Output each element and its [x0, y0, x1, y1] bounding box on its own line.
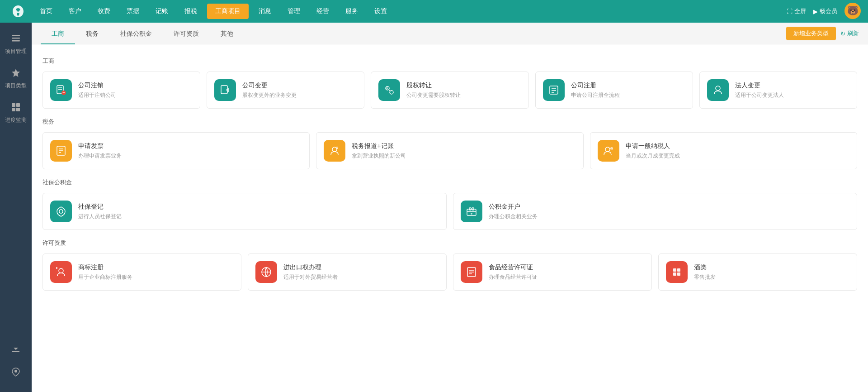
- svg-line-19: [389, 90, 390, 91]
- card-company-cancel[interactable]: 公司注销 适用于注销公司: [42, 72, 200, 109]
- refresh-button[interactable]: ↻ 刷新: [840, 29, 859, 38]
- svg-rect-4: [12, 40, 20, 42]
- nav-message[interactable]: 消息: [250, 0, 279, 23]
- nav-business[interactable]: 工商项目: [207, 4, 249, 19]
- social-security-desc: 进行人员社保登记: [78, 213, 439, 220]
- svg-point-25: [716, 86, 720, 91]
- section-title-shebao: 社保公积金: [42, 178, 857, 186]
- download-icon: [11, 343, 21, 354]
- general-taxpayer-title: 申请一般纳税人: [626, 142, 849, 150]
- sidebar-item-project-type[interactable]: 项目类型: [0, 62, 32, 96]
- top-navigation: 首页 客户 收费 票据 记账 报税 工商项目 消息 管理 经营 服务 设置 ⛶ …: [0, 0, 868, 23]
- legal-person-info: 法人变更 适用于公司变更法人: [735, 81, 849, 99]
- nav-fee[interactable]: 收费: [90, 0, 118, 23]
- svg-rect-7: [16, 103, 20, 107]
- trademark-icon: [50, 261, 72, 283]
- company-cancel-icon: [50, 79, 72, 101]
- card-trademark[interactable]: 商标注册 用于企业商标注册服务: [42, 253, 241, 291]
- nav-service[interactable]: 服务: [337, 0, 366, 23]
- card-company-register[interactable]: 公司注册 申请公司注册全流程: [535, 72, 693, 109]
- provident-fund-info: 公积金开户 办理公积金相关业务: [489, 203, 849, 220]
- equity-info: 股权转让 公司变更需要股权转让: [406, 81, 521, 99]
- social-security-title: 社保登记: [78, 203, 439, 211]
- nav-tax[interactable]: 报税: [176, 0, 205, 23]
- member-label: 畅会员: [820, 7, 837, 15]
- card-provident-fund[interactable]: 公积金开户 办理公积金相关业务: [453, 193, 857, 230]
- company-register-icon: [543, 79, 565, 101]
- food-license-desc: 办理食品经营许可证: [489, 273, 644, 281]
- legal-person-icon: [707, 79, 729, 101]
- alcohol-title: 酒类: [694, 263, 849, 272]
- company-cancel-desc: 适用于注销公司: [78, 91, 193, 99]
- svg-rect-16: [221, 86, 227, 94]
- svg-point-40: [471, 213, 472, 215]
- import-export-info: 进出口权办理 适用于对外贸易经营者: [283, 263, 439, 281]
- company-register-title: 公司注册: [571, 81, 685, 90]
- nav-home[interactable]: 首页: [32, 0, 61, 23]
- card-tax-report[interactable]: 税务报道+记账 拿到营业执照的新公司: [316, 132, 583, 169]
- svg-text:+: +: [611, 148, 613, 150]
- card-import-export[interactable]: 进出口权办理 适用于对外贸易经营者: [248, 253, 447, 291]
- svg-rect-53: [677, 272, 680, 276]
- nav-manage[interactable]: 管理: [279, 0, 308, 23]
- tab-shuiwu[interactable]: 税务: [75, 24, 109, 44]
- location-icon: [11, 367, 21, 378]
- card-legal-person-change[interactable]: 法人变更 适用于公司变更法人: [699, 72, 857, 109]
- card-food-license[interactable]: 食品经营许可证 办理食品经营许可证: [453, 253, 652, 291]
- card-general-taxpayer[interactable]: + 申请一般纳税人 当月或次月成变更完成: [590, 132, 857, 169]
- trademark-info: 商标注册 用于企业商标注册服务: [78, 263, 234, 281]
- fullscreen-button[interactable]: ⛶ 全屏: [787, 7, 806, 15]
- star-icon: [11, 68, 21, 80]
- sidebar-label-project-type: 项目类型: [5, 82, 27, 90]
- sidebar-location[interactable]: [0, 361, 32, 385]
- add-business-type-button[interactable]: 新增业务类型: [786, 27, 836, 40]
- alcohol-icon: [666, 261, 688, 283]
- nav-customer[interactable]: 客户: [61, 0, 90, 23]
- tab-actions: 新增业务类型 ↻ 刷新: [786, 27, 859, 44]
- card-social-security[interactable]: 社保登记 进行人员社保登记: [42, 193, 447, 230]
- company-register-info: 公司注册 申请公司注册全流程: [571, 81, 685, 99]
- nav-bill[interactable]: 票据: [118, 0, 147, 23]
- provident-fund-desc: 办理公积金相关业务: [489, 213, 849, 220]
- import-export-desc: 适用于对外贸易经营者: [283, 273, 439, 281]
- food-license-icon: [461, 261, 482, 283]
- tab-bar: 工商 税务 社保公积金 许可资质 其他 新增业务类型 ↻ 刷新: [32, 23, 868, 44]
- sidebar-bottom: [0, 337, 32, 392]
- svg-text:🐻: 🐻: [847, 5, 859, 16]
- tab-gongshang[interactable]: 工商: [41, 24, 75, 44]
- section-title-xuke: 许可资质: [42, 239, 857, 247]
- tab-other[interactable]: 其他: [210, 24, 244, 44]
- nav-right: ⛶ 全屏 ▶ 畅会员 🐻: [787, 3, 868, 20]
- card-alcohol[interactable]: 酒类 零售批发: [658, 253, 857, 291]
- sidebar: 项目管理 项目类型 进度监测: [0, 23, 32, 392]
- sidebar-item-project-manage[interactable]: 项目管理: [0, 27, 32, 62]
- svg-rect-2: [12, 35, 20, 36]
- card-invoice[interactable]: 申请发票 办理申请发票业务: [42, 132, 310, 169]
- logo[interactable]: [5, 0, 32, 23]
- company-cancel-info: 公司注销 适用于注销公司: [78, 81, 193, 99]
- tab-shebao[interactable]: 社保公积金: [109, 24, 163, 44]
- card-company-change[interactable]: 公司变更 股权变更外的业务变更: [207, 72, 364, 109]
- sidebar-download[interactable]: [0, 337, 32, 361]
- tab-xuke[interactable]: 许可资质: [163, 24, 210, 44]
- avatar[interactable]: 🐻: [844, 3, 861, 20]
- general-taxpayer-icon: +: [598, 140, 619, 162]
- nav-operation[interactable]: 经营: [308, 0, 337, 23]
- svg-rect-9: [16, 108, 20, 111]
- tax-report-title: 税务报道+记账: [352, 142, 576, 150]
- nav-bookkeeping[interactable]: 记账: [147, 0, 176, 23]
- svg-rect-6: [12, 103, 15, 107]
- shuiwu-cards: 申请发票 办理申请发票业务 税务报道+记账: [42, 132, 857, 169]
- provident-fund-icon: [461, 201, 482, 222]
- company-change-icon: [214, 79, 236, 101]
- scrollable-content: 工商 公司注销 适用于注销公司: [32, 44, 868, 392]
- import-export-icon: [255, 261, 277, 283]
- equity-desc: 公司变更需要股权转让: [406, 91, 521, 99]
- sidebar-item-progress[interactable]: 进度监测: [0, 96, 32, 130]
- invoice-desc: 办理申请发票业务: [78, 152, 302, 160]
- invoice-icon: [50, 140, 72, 162]
- member-button[interactable]: ▶ 畅会员: [813, 7, 837, 15]
- card-equity-transfer[interactable]: ¥ 股权转让 公司变更需要股权转让: [371, 72, 528, 109]
- company-cancel-title: 公司注销: [78, 81, 193, 90]
- nav-settings[interactable]: 设置: [366, 0, 395, 23]
